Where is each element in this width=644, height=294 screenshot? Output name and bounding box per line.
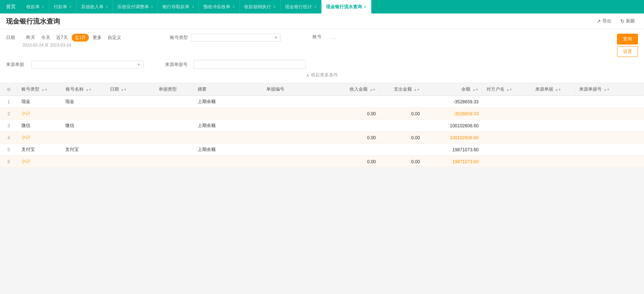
row-summary-1	[194, 108, 263, 120]
nav-tab-6[interactable]: 收款核销执行 ×	[240, 0, 281, 13]
nav-tab-label-2: 其他收入单	[81, 4, 104, 10]
nav-tab-3[interactable]: 应收应付调整单 ×	[113, 0, 158, 13]
row-docno-2	[262, 120, 331, 132]
table-row[interactable]: 6 小计 0.00 0.00 19871073.60	[0, 156, 644, 168]
collapse-up-icon: ∧	[306, 73, 309, 78]
col-sourceno-label: 来源单据号	[579, 87, 602, 92]
table-row[interactable]: 1 现金 现金 上期余额 -3528659.33	[0, 96, 644, 108]
date-opt-7days[interactable]: 近7天	[54, 34, 70, 42]
col-header-source[interactable]: 来源单据 ▲▼	[531, 83, 575, 96]
nav-tab-2[interactable]: 其他收入单 ×	[77, 0, 113, 13]
col-header-counter[interactable]: 对方户名 ▲▼	[482, 83, 531, 96]
data-table-container: ⚙ 账号类型 ▲▼ 账号名称 ▲▼ 日期 ▲▼ 单据类型 摘要	[0, 83, 644, 168]
nav-tab-7[interactable]: 现金银行统计 ×	[281, 0, 321, 13]
account-type-select[interactable]: ▼	[191, 34, 281, 42]
row-date-4	[106, 144, 155, 156]
row-sourceno-2	[575, 120, 644, 132]
row-balance-0: -3528659.33	[424, 96, 482, 108]
export-button[interactable]: ↗ 导出	[594, 16, 614, 26]
date-opt-custom[interactable]: 自定义	[105, 34, 123, 42]
row-balance-3: 100102606.60	[424, 132, 482, 144]
nav-tab-label-1: 付款单	[54, 4, 67, 10]
source-doc-select[interactable]: ▼	[32, 61, 144, 69]
page-title: 现金银行流水查询	[6, 17, 60, 26]
filter-area: 日期 昨天 今天 近7天 近1月 更多 自定义 2023-02-24 至 202…	[0, 29, 644, 83]
col-counter-label: 对方户名	[486, 87, 504, 92]
row-expense-0	[380, 96, 424, 108]
col-header-docno[interactable]: 单据编号	[262, 83, 331, 96]
row-source-4	[531, 144, 575, 156]
sort-icon-balance: ▲▼	[473, 88, 479, 91]
nav-tab-0[interactable]: 收款单 ×	[22, 0, 49, 13]
date-opt-yesterday[interactable]: 昨天	[24, 34, 38, 42]
row-source-3	[531, 132, 575, 144]
row-docno-5	[262, 156, 331, 168]
row-income-0	[331, 96, 380, 108]
row-num-4: 5	[0, 144, 18, 156]
sort-icon-counter: ▲▼	[506, 88, 512, 91]
row-balance-1: -3528659.33	[424, 108, 482, 120]
refresh-button[interactable]: ↻ 刷新	[617, 16, 638, 26]
query-button[interactable]: 查询	[617, 34, 638, 45]
col-header-settings[interactable]: ⚙	[0, 83, 18, 96]
col-header-doctype[interactable]: 单据类型	[155, 83, 194, 96]
col-header-expense[interactable]: 支出金额 ▲▼	[380, 83, 424, 96]
nav-home[interactable]: 首页	[0, 0, 22, 13]
col-actype-label: 账号类型	[21, 87, 39, 92]
date-opt-more[interactable]: 更多	[90, 34, 104, 42]
close-icon-8[interactable]: ×	[364, 5, 366, 9]
collapse-bar[interactable]: ∧ 收起更多条件	[6, 70, 638, 78]
source-doc-no-input[interactable]	[194, 60, 306, 69]
nav-tab-5[interactable]: 预收冲应收单 ×	[199, 0, 240, 13]
close-icon-7[interactable]: ×	[314, 5, 317, 9]
row-counter-3	[482, 132, 531, 144]
row-summary-2: 上期余额	[194, 120, 263, 132]
table-row[interactable]: 2 小计 0.00 0.00 -3528659.33	[0, 108, 644, 120]
col-header-income[interactable]: 收入金额 ▲▼	[331, 83, 380, 96]
row-expense-1: 0.00	[380, 108, 424, 120]
nav-tab-4[interactable]: 银行存取款单 ×	[158, 0, 199, 13]
date-opt-1month[interactable]: 近1月	[72, 34, 89, 42]
sort-icon-actype: ▲▼	[42, 88, 48, 91]
row-balance-2: 100102606.60	[424, 120, 482, 132]
row-doctype-4	[155, 144, 194, 156]
account-dots-icon[interactable]: ...	[330, 34, 337, 40]
col-header-date[interactable]: 日期 ▲▼	[106, 83, 155, 96]
close-icon-0[interactable]: ×	[42, 5, 44, 9]
close-icon-1[interactable]: ×	[69, 5, 72, 9]
nav-tab-label-4: 银行存取款单	[162, 4, 189, 10]
col-doctype-label: 单据类型	[159, 87, 177, 92]
close-icon-2[interactable]: ×	[106, 5, 108, 9]
close-icon-6[interactable]: ×	[273, 5, 276, 9]
nav-tab-8[interactable]: 现金银行流水查询 ×	[321, 0, 371, 13]
close-icon-3[interactable]: ×	[151, 5, 153, 9]
row-source-2	[531, 120, 575, 132]
close-icon-4[interactable]: ×	[192, 5, 194, 9]
table-row[interactable]: 4 小计 0.00 0.00 100102606.60	[0, 132, 644, 144]
row-sourceno-0	[575, 96, 644, 108]
settings-button[interactable]: 设置	[617, 46, 638, 57]
row-source-0	[531, 96, 575, 108]
row-num-3: 4	[0, 132, 18, 144]
col-header-actype[interactable]: 账号类型 ▲▼	[18, 83, 62, 96]
close-icon-5[interactable]: ×	[233, 5, 235, 9]
row-sourceno-1	[575, 108, 644, 120]
row-counter-4	[482, 144, 531, 156]
col-expense-label: 支出金额	[394, 87, 412, 92]
nav-tab-1[interactable]: 付款单 ×	[49, 0, 77, 13]
nav-tab-label-3: 应收应付调整单	[117, 4, 149, 10]
row-date-2	[106, 120, 155, 132]
date-opt-today[interactable]: 今天	[39, 34, 53, 42]
col-header-summary[interactable]: 摘要	[194, 83, 263, 96]
col-header-acname[interactable]: 账号名称 ▲▼	[62, 83, 106, 96]
row-acname-3	[62, 132, 106, 144]
row-sourceno-5	[575, 156, 644, 168]
table-row[interactable]: 5 支付宝 支付宝 上期余额 19871073.60	[0, 144, 644, 156]
col-header-balance[interactable]: 余额 ▲▼	[424, 83, 482, 96]
filter-action-buttons: 查询 设置	[617, 34, 638, 57]
table-row[interactable]: 3 微信 微信 上期余额 100102606.60	[0, 120, 644, 132]
col-header-sourceno[interactable]: 来源单据号 ▲▼	[575, 83, 644, 96]
account-type-label: 账号类型	[170, 34, 188, 41]
chevron-down-icon-2: ▼	[137, 63, 141, 67]
row-doctype-5	[155, 156, 194, 168]
